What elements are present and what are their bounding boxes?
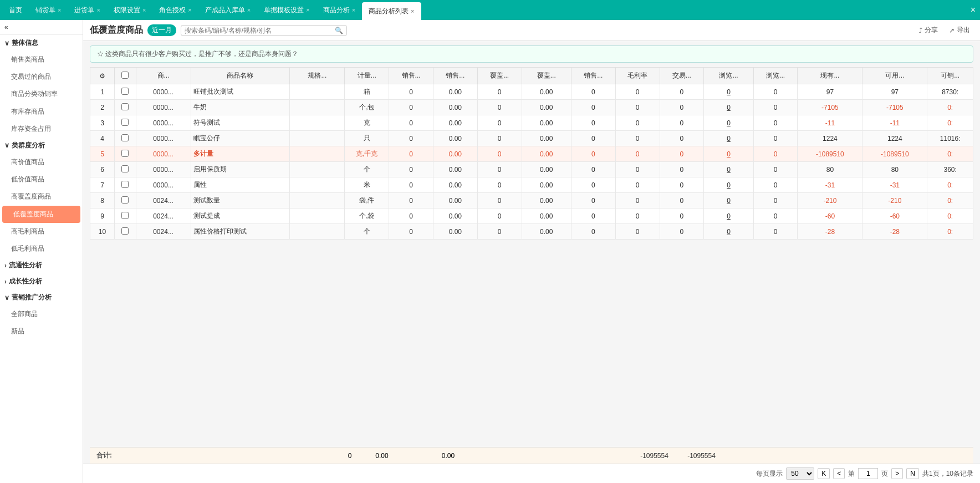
row-name[interactable]: 多计量 <box>191 146 290 162</box>
row-browse1[interactable]: 0 <box>704 100 753 115</box>
close-icon[interactable]: × <box>411 2 414 20</box>
row-browse1[interactable]: 0 <box>704 131 753 146</box>
row-unit: 米 <box>345 177 389 193</box>
row-name[interactable]: 旺铺批次测试 <box>191 84 290 100</box>
browse1-column-header: 浏览... <box>704 68 753 84</box>
row-current-stock: -28 <box>798 224 862 240</box>
nav-tab-sales[interactable]: 销货单 × <box>29 0 68 20</box>
row-checkbox[interactable] <box>115 146 136 162</box>
close-icon[interactable]: × <box>142 0 146 20</box>
row-checkbox[interactable] <box>115 131 136 146</box>
row-code: 0000... <box>136 84 191 100</box>
row-current-stock: -1089510 <box>798 146 862 162</box>
sidebar-item-all-goods[interactable]: 全部商品 <box>0 306 83 323</box>
sidebar-item-stock-goods[interactable]: 有库存商品 <box>0 103 83 120</box>
close-icon[interactable]: × <box>96 0 100 20</box>
row-browse1[interactable]: 0 <box>704 177 753 193</box>
sidebar-section-overall[interactable]: ∨ 整体信息 <box>0 35 83 51</box>
nav-tab-goods-analysis-list[interactable]: 商品分析列表 × <box>362 2 421 20</box>
nav-tab-role[interactable]: 角色授权 × <box>152 0 198 20</box>
sidebar-item-new-goods[interactable]: 新品 <box>0 323 83 340</box>
row-checkbox[interactable] <box>115 84 136 100</box>
row-current-stock: -7105 <box>798 100 862 115</box>
close-all-tabs-button[interactable]: × <box>971 5 976 15</box>
nav-tab-template[interactable]: 单据模板设置 × <box>257 0 316 20</box>
row-browse1[interactable]: 0 <box>704 115 753 131</box>
nav-tab-purchase[interactable]: 进货单 × <box>68 0 106 20</box>
row-name[interactable]: 属性价格打印测试 <box>191 224 290 240</box>
footer-sales-amount: 0.00 <box>366 452 398 460</box>
nav-tab-home[interactable]: 首页 <box>2 0 29 20</box>
row-name[interactable]: 牛奶 <box>191 100 290 115</box>
row-browse1[interactable]: 0 <box>704 146 753 162</box>
row-checkbox[interactable] <box>115 115 136 131</box>
nav-tab-product-inbound[interactable]: 产成品入库单 × <box>198 0 257 20</box>
sidebar-item-low-coverage[interactable]: 低覆盖度商品 <box>2 206 80 223</box>
row-name[interactable]: 启用保质期 <box>191 162 290 177</box>
sales-count-column-header: 销售... <box>389 68 433 84</box>
sidebar-section-circulation[interactable]: › 流通性分析 <box>0 257 83 273</box>
sidebar-item-sales-goods[interactable]: 销售类商品 <box>0 51 83 68</box>
nav-tab-permission[interactable]: 权限设置 × <box>107 0 152 20</box>
close-icon[interactable]: × <box>352 0 355 20</box>
row-name[interactable]: 符号测试 <box>191 115 290 131</box>
row-browse2: 0 <box>753 146 798 162</box>
settings-column-header[interactable]: ⚙ <box>90 68 115 84</box>
row-usable-stock: -11 <box>862 115 927 131</box>
search-icon[interactable]: 🔍 <box>335 27 343 34</box>
nav-tab-goods-analysis[interactable]: 商品分析 × <box>317 0 362 20</box>
first-page-button[interactable]: K <box>818 468 830 479</box>
sidebar-item-category-rate[interactable]: 商品分类动销率 <box>0 85 83 103</box>
row-browse1[interactable]: 0 <box>704 84 753 100</box>
last-page-button[interactable]: N <box>906 468 919 479</box>
row-name[interactable]: 测试提成 <box>191 209 290 224</box>
row-cover2: 0.00 <box>522 193 571 209</box>
row-checkbox[interactable] <box>115 193 136 209</box>
pagination-bar: 每页显示 50 100 200 K < 第 页 > N 共1页，10条记录 <box>83 464 980 483</box>
row-usable-stock: 80 <box>862 162 927 177</box>
search-input[interactable] <box>185 27 333 34</box>
row-checkbox[interactable] <box>115 177 136 193</box>
row-name[interactable]: 属性 <box>191 177 290 193</box>
sidebar-collapse-button[interactable]: « <box>4 23 78 31</box>
row-browse2: 0 <box>753 209 798 224</box>
close-icon[interactable]: × <box>306 0 309 20</box>
sidebar-item-high-coverage[interactable]: 高覆盖度商品 <box>0 188 83 205</box>
row-current-stock: -60 <box>798 209 862 224</box>
row-name[interactable]: 眠宝公仔 <box>191 131 290 146</box>
page-size-select[interactable]: 50 100 200 <box>786 467 814 480</box>
row-checkbox[interactable] <box>115 224 136 240</box>
row-checkbox[interactable] <box>115 100 136 115</box>
sidebar-item-stock-capital[interactable]: 库存资金占用 <box>0 120 83 138</box>
close-icon[interactable]: × <box>247 0 251 20</box>
total-info: 共1页，10条记录 <box>922 469 973 479</box>
time-filter-button[interactable]: 近一月 <box>147 24 176 36</box>
sidebar-item-low-value[interactable]: 低价值商品 <box>0 171 83 188</box>
row-browse1[interactable]: 0 <box>704 209 753 224</box>
checkbox-column-header[interactable] <box>115 68 136 84</box>
sidebar-section-cluster[interactable]: ∨ 类群度分析 <box>0 138 83 154</box>
next-page-button[interactable]: > <box>891 468 903 479</box>
row-browse1[interactable]: 0 <box>704 162 753 177</box>
sidebar-item-high-value[interactable]: 高价值商品 <box>0 154 83 171</box>
close-icon[interactable]: × <box>58 0 61 20</box>
sidebar-item-high-gross[interactable]: 高毛利商品 <box>0 223 83 240</box>
sidebar-item-traded-goods[interactable]: 交易过的商品 <box>0 68 83 85</box>
select-all-checkbox[interactable] <box>121 72 129 79</box>
page-number-input[interactable] <box>858 468 878 479</box>
table-container[interactable]: ⚙ 商... 商品名称 规格... 计量... 销售... 销售... 覆盖..… <box>90 67 973 447</box>
row-checkbox[interactable] <box>115 209 136 224</box>
prev-page-button[interactable]: < <box>833 468 845 479</box>
row-name[interactable]: 测试数量 <box>191 193 290 209</box>
sidebar-item-low-gross[interactable]: 低毛利商品 <box>0 240 83 257</box>
row-browse1[interactable]: 0 <box>704 224 753 240</box>
sidebar-section-marketing[interactable]: ∨ 营销推广分析 <box>0 289 83 306</box>
row-checkbox[interactable] <box>115 162 136 177</box>
sidebar-section-growth[interactable]: › 成长性分析 <box>0 273 83 289</box>
share-button[interactable]: ⤴ 分享 <box>916 24 941 36</box>
chevron-down-icon: ∨ <box>4 141 9 149</box>
close-icon[interactable]: × <box>188 0 191 20</box>
export-button[interactable]: ↗ 导出 <box>946 24 973 36</box>
row-sales-count: 0 <box>389 100 433 115</box>
row-browse1[interactable]: 0 <box>704 193 753 209</box>
